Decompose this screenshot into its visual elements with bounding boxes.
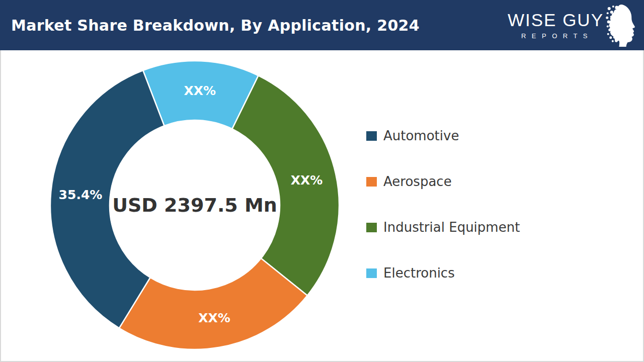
wiseguy-logo-text: WISE GUY REPORTS xyxy=(508,11,604,40)
wiseguy-logo: WISE GUY REPORTS xyxy=(508,3,636,47)
segment-value-label-automotive: 35.4% xyxy=(59,188,103,202)
segment-value-label-industrial-equipment: XX% xyxy=(291,173,323,188)
legend-swatch-aerospace xyxy=(366,177,377,187)
segment-value-label-electronics: XX% xyxy=(184,83,216,98)
wiseguy-logo-line1: WISE GUY xyxy=(508,11,604,29)
legend-swatch-electronics xyxy=(366,268,377,278)
legend-item-aerospace: Aerospace xyxy=(366,174,520,189)
legend-item-electronics: Electronics xyxy=(366,265,520,281)
wiseguy-logo-line2: REPORTS xyxy=(511,32,604,40)
legend-item-industrial-equipment: Industrial Equipment xyxy=(366,220,520,235)
page: WISE GUY REPORTS XX%XX%XX%35.4% USD 2397… xyxy=(0,0,644,362)
legend-label-automotive: Automotive xyxy=(383,128,459,143)
legend-swatch-industrial-equipment xyxy=(366,223,377,232)
legend-label-aerospace: Aerospace xyxy=(383,174,452,189)
wiseguy-face-icon xyxy=(605,4,636,47)
legend-swatch-automotive xyxy=(366,131,377,141)
donut-segment-industrial-equipment xyxy=(232,75,339,295)
header-bar: Market Share Breakdown, By Application, … xyxy=(0,0,644,50)
donut-center-value: USD 2397.5 Mn xyxy=(112,194,277,216)
legend-label-industrial-equipment: Industrial Equipment xyxy=(383,220,520,235)
legend-item-automotive: Automotive xyxy=(366,128,520,143)
page-title: Market Share Breakdown, By Application, … xyxy=(11,0,420,50)
donut-chart: XX%XX%XX%35.4% USD 2397.5 Mn xyxy=(44,54,346,356)
chart-legend: AutomotiveAerospaceIndustrial EquipmentE… xyxy=(366,128,520,311)
segment-value-label-aerospace: XX% xyxy=(198,311,230,325)
legend-label-electronics: Electronics xyxy=(383,265,455,281)
